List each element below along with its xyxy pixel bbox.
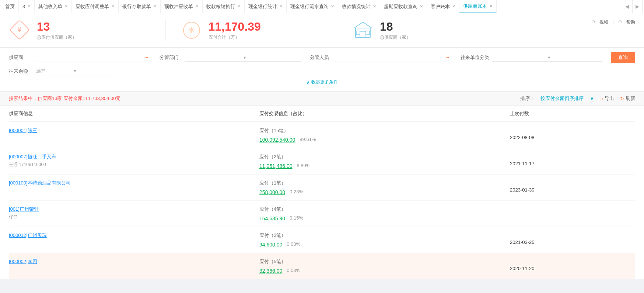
nav-bank[interactable]: 银行存取款单 ✕ (119, 0, 161, 13)
payable-total-label: 应付合计（万） (209, 34, 261, 41)
supplier-input-wrapper[interactable]: ··· (34, 53, 151, 62)
refresh-button[interactable]: ↻ 刷新 (620, 95, 635, 102)
close-adjust-icon[interactable]: ✕ (111, 4, 115, 9)
sort-dropdown[interactable]: 按应付余额倒序排序 (540, 95, 584, 102)
category-label: 往来单位分类 (461, 54, 489, 61)
result-bar: 搜索结果中，供应商13家 应付金额111,703,854.00元 排序： 按应付… (0, 92, 644, 106)
nav-cash-flow[interactable]: 现金银行流水查询 ✕ (287, 0, 338, 13)
table-row: [000002]李四 应付（5笔） 32,366.00 0.03% 2020-1… (9, 253, 635, 279)
person-label: 分管人员 (310, 54, 332, 61)
trans-amount-0[interactable]: 100,092,540.00 (259, 137, 295, 143)
trans-label-1: 应付（2笔） (259, 154, 510, 160)
payable-suppliers-label: 总应付供应商（家） (37, 34, 77, 41)
svg-text:米: 米 (188, 27, 195, 34)
col-header-transaction: 应付交易信息（占比） (259, 110, 510, 117)
person-input[interactable] (337, 55, 445, 60)
nav-collection[interactable]: 收款情况统计 ✕ (338, 0, 380, 13)
trans-amount-1[interactable]: 11,051,486.00 (259, 163, 293, 169)
total-suppliers-count: 18 (380, 20, 411, 34)
trans-label-0: 应付（15笔） (259, 127, 510, 134)
nav-next-arrow[interactable]: ▶ (632, 0, 643, 13)
balance-select[interactable]: 选择... ▼ (34, 66, 112, 76)
close-bank-icon[interactable]: ✕ (153, 4, 157, 9)
collapse-chevron-up-icon: ∧ (307, 80, 310, 85)
top-right-links: ⊙ 视频 | ⊙ 帮助 (591, 19, 635, 25)
table-body: [000001]张三 应付（15笔） 100,092,540.00 89.61%… (9, 122, 635, 279)
supplier-link-4[interactable]: [000012]广州贝瑞 (9, 232, 47, 238)
supplier-link-3[interactable]: [001]广州荣轩 (9, 206, 39, 212)
help-link[interactable]: 帮助 (626, 19, 635, 25)
trans-amount-4[interactable]: 94,600.00 (259, 242, 282, 248)
trans-amount-5[interactable]: 32,366.00 (259, 268, 282, 274)
summary-card-payable-suppliers: ¥ 13 总应付供应商（家） (9, 19, 151, 41)
person-input-wrapper[interactable]: ··· (335, 53, 452, 62)
category-select[interactable]: ▼ (492, 54, 602, 62)
trans-percent-3: 0.15% (290, 215, 303, 221)
transaction-cell-4: 应付（2笔） 94,600.00 0.08% (259, 232, 510, 248)
supplier-link-2[interactable]: [000100]本特勤油品有限公司 (9, 180, 71, 186)
trans-percent-0: 89.61% (300, 137, 316, 142)
trans-percent-4: 0.08% (287, 241, 300, 247)
nav-tab3[interactable]: 3 ✕ (19, 0, 35, 13)
filter-person: 分管人员 ··· (310, 53, 452, 62)
nav-overdue[interactable]: 超期应收款查询 ✕ (380, 0, 427, 13)
person-dots-icon[interactable]: ··· (445, 55, 449, 60)
transaction-cell-2: 应付（1笔） 258,000.00 0.23% (259, 180, 510, 195)
table-row: [000007]恒旺二手叉车 王通 17106110000 应付（2笔） 11,… (9, 148, 635, 175)
supplier-link-1[interactable]: [000007]恒旺二手叉车 (9, 154, 56, 159)
supplier-cell-2: [000100]本特勤油品有限公司 (9, 180, 259, 186)
balance-label: 往来余额 (9, 68, 31, 75)
department-select[interactable]: ▼ (185, 54, 301, 62)
supplier-input[interactable] (36, 55, 144, 60)
nav-prev-arrow[interactable]: ◀ (622, 0, 632, 13)
video-link[interactable]: 视频 (599, 19, 608, 25)
supplier-dots-icon[interactable]: ··· (144, 55, 148, 60)
collapse-button[interactable]: ∧ 收起更多条件 (307, 79, 338, 85)
close-collection-icon[interactable]: ✕ (373, 4, 376, 9)
nav-other-income[interactable]: 其他收入单 ✕ (35, 0, 72, 13)
supplier-link-0[interactable]: [000001]张三 (9, 128, 37, 133)
close-customer-book-icon[interactable]: ✕ (452, 4, 455, 9)
supplier-cell-4: [000012]广州贝瑞 (9, 232, 259, 239)
trans-amount-3[interactable]: 164,635.90 (259, 216, 285, 221)
summary-divider-1 (165, 19, 166, 41)
close-verify-icon[interactable]: ✕ (237, 4, 241, 9)
refresh-label: 刷新 (626, 95, 635, 102)
nav-adjust[interactable]: 应收应付调整单 ✕ (72, 0, 119, 13)
sort-chevron-icon: ▼ (589, 96, 594, 101)
circle-play-icon: ⊙ (591, 19, 595, 25)
summary-bar: ¥ 13 总应付供应商（家） 米 11,170.39 应付合计（万） (0, 13, 644, 48)
nav-home[interactable]: 首页 (1, 0, 19, 13)
nav-supplier-book[interactable]: 供应商账本 ✕ (459, 0, 497, 13)
close-other-income-icon[interactable]: ✕ (64, 4, 68, 9)
lastpay-cell-2: 2023-01-30 (510, 180, 635, 193)
table-row: [001]广州荣轩 仔仔 应付（4笔） 164,635.90 0.15% (9, 201, 635, 227)
supplier-link-5[interactable]: [000002]李四 (9, 259, 37, 264)
circle-question-icon: ⊙ (618, 19, 622, 25)
trans-amount-2[interactable]: 258,000.00 (259, 189, 285, 195)
lastpay-cell-3 (510, 206, 635, 213)
nav-prepay[interactable]: 预收冲应收单 ✕ (161, 0, 203, 13)
nav-verify[interactable]: 收款核销执行 ✕ (203, 0, 245, 13)
close-tab3-icon[interactable]: ✕ (27, 4, 31, 9)
col-header-lastpay: 上次付数 (510, 110, 635, 117)
search-button[interactable]: 查询 (611, 52, 635, 63)
close-cash-flow-icon[interactable]: ✕ (331, 4, 334, 9)
svg-rect-6 (356, 31, 360, 35)
result-info: 搜索结果中，供应商13家 应付金额111,703,854.00元 (9, 95, 120, 102)
close-cash-stat-icon[interactable]: ✕ (279, 4, 283, 9)
export-button[interactable]: ○ 导出 (600, 95, 614, 102)
nav-customer-book[interactable]: 客户账本 ✕ (427, 0, 459, 13)
lastpay-cell-1: 2021-11-17 (510, 154, 635, 166)
table-row: [000012]广州贝瑞 应付（2笔） 94,600.00 0.08% 2021… (9, 227, 635, 253)
close-prepay-icon[interactable]: ✕ (195, 4, 199, 9)
nav-cash-stat[interactable]: 现金银行统计 ✕ (245, 0, 287, 13)
lastpay-cell-4: 2021-03-25 (510, 232, 635, 245)
total-suppliers-label: 总供应商（家） (380, 34, 411, 41)
col-header-supplier: 供应商信息 (9, 110, 259, 117)
svg-rect-7 (366, 31, 370, 35)
close-supplier-book-icon[interactable]: ✕ (489, 4, 493, 8)
lastpay-cell-0: 2022-08-08 (510, 127, 635, 140)
supplier-cell-0: [000001]张三 (9, 127, 259, 134)
close-overdue-icon[interactable]: ✕ (420, 4, 423, 9)
